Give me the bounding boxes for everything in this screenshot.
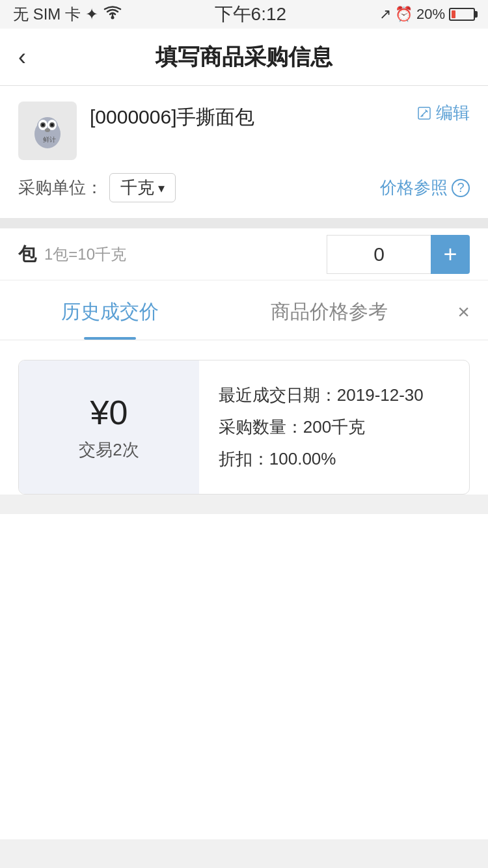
edit-icon [416,105,432,121]
history-price-section: ¥0 交易2次 [19,360,199,494]
location-icon: ↗ [379,6,391,23]
chevron-down-icon: ▾ [158,180,165,196]
product-full-name: [0000006]手撕面包 [90,104,254,131]
content-white-area [0,514,488,839]
edit-button[interactable]: 编辑 [416,102,470,124]
quantity-controls: 0 + [327,235,470,274]
product-header: 鲜计 [0000006]手撕面包 编辑 [18,102,470,160]
product-thumbnail: 鲜计 [18,102,77,160]
purchase-unit: 采购单位： 千克 ▾ [18,173,176,202]
svg-point-7 [42,124,44,126]
status-right: ↗ ⏰ 20% [379,6,475,23]
battery-percent: 20% [416,6,445,23]
history-transactions: 交易2次 [79,439,139,461]
product-card: 鲜计 [0000006]手撕面包 编辑 采购单位： 千克 ▾ [0,86,488,218]
sim-label: 无 SIM 卡 ✦ [13,4,98,25]
tab-product-price-ref[interactable]: 商品价格参考 [220,280,440,340]
unit-select-dropdown[interactable]: 千克 ▾ [109,173,176,202]
help-icon: ? [452,179,470,197]
product-name-container: [0000006]手撕面包 [90,102,254,131]
quantity-input[interactable]: 0 [327,235,431,274]
quantity-plus-button[interactable]: + [431,235,470,274]
status-time: 下午6:12 [215,2,287,27]
battery-icon [449,8,475,21]
tab-close-button[interactable]: × [439,282,488,338]
back-button[interactable]: ‹ [18,44,26,71]
quantity-row: 包 1包=10千克 0 + [0,228,488,280]
quantity-label: 包 1包=10千克 [18,242,126,267]
product-left: 鲜计 [0000006]手撕面包 [18,102,254,160]
alarm-icon: ⏰ [395,6,413,23]
product-owl-icon: 鲜计 [25,108,70,154]
history-detail-section: 最近成交日期：2019-12-30 采购数量：200千克 折扣：100.00% [199,360,469,494]
svg-text:鲜计: 鲜计 [43,136,56,143]
nav-bar: ‹ 填写商品采购信息 [0,29,488,86]
svg-point-9 [45,128,50,132]
section-divider [0,218,488,228]
status-bar: 无 SIM 卡 ✦ 下午6:12 ↗ ⏰ 20% [0,0,488,29]
product-meta: 采购单位： 千克 ▾ 价格参照 ? [18,173,470,202]
recent-date-line: 最近成交日期：2019-12-30 [219,384,450,407]
history-price: ¥0 [90,393,128,432]
purchase-qty-line: 采购数量：200千克 [219,416,450,439]
tab-row: 历史成交价 商品价格参考 × [0,280,488,340]
status-left: 无 SIM 卡 ✦ [13,4,122,25]
wifi-icon [103,5,122,23]
svg-point-0 [111,16,114,20]
svg-point-8 [51,124,53,126]
tab-history-price[interactable]: 历史成交价 [0,280,220,340]
discount-line: 折扣：100.00% [219,448,450,470]
history-card: ¥0 交易2次 最近成交日期：2019-12-30 采购数量：200千克 折扣：… [18,360,470,495]
page-title: 填写商品采购信息 [156,42,332,72]
bottom-panel: 历史成交价 商品价格参考 × ¥0 交易2次 最近成交日期：2019-12-30… [0,280,488,495]
price-reference-button[interactable]: 价格参照 ? [380,176,470,199]
